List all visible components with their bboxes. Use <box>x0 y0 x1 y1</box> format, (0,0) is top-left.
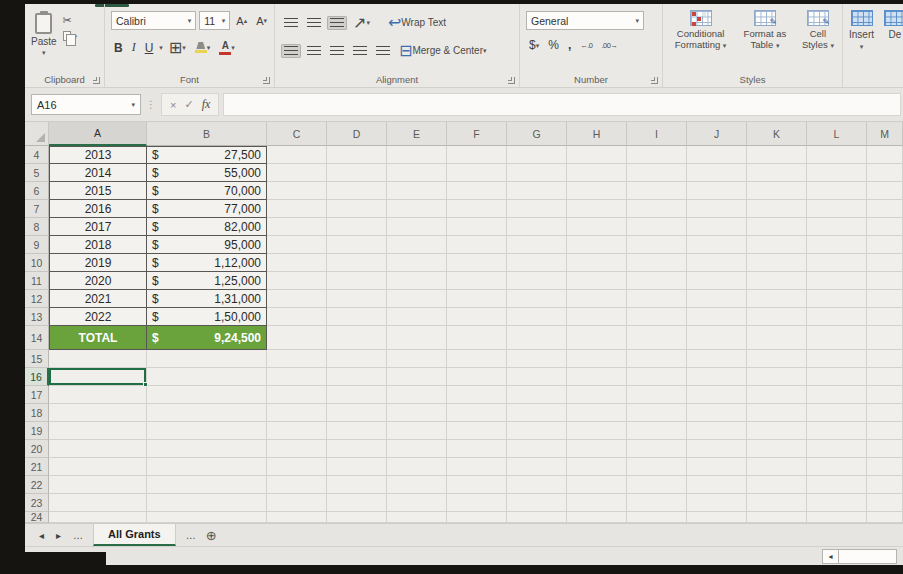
cell-A13[interactable]: 2022 <box>49 308 147 326</box>
cell-J24[interactable] <box>687 512 747 523</box>
cell-D17[interactable] <box>327 386 387 404</box>
cell-K18[interactable] <box>747 404 807 422</box>
increase-font-size-button[interactable]: A▴ <box>233 13 250 29</box>
cell-K24[interactable] <box>747 512 807 523</box>
cell-G8[interactable] <box>507 218 567 236</box>
cell-L17[interactable] <box>807 386 867 404</box>
cell-A16[interactable] <box>49 368 147 386</box>
format-as-table-button[interactable]: ✎ Format as Table ▾ <box>738 10 792 73</box>
scrollbar-track[interactable] <box>839 549 897 564</box>
cell-D19[interactable] <box>327 422 387 440</box>
cell-M13[interactable] <box>867 308 903 326</box>
cell-M21[interactable] <box>867 458 903 476</box>
cell-M9[interactable] <box>867 236 903 254</box>
decrease-indent-button[interactable] <box>350 44 370 58</box>
cell-E14[interactable] <box>387 326 447 350</box>
cell-G14[interactable] <box>507 326 567 350</box>
cell-J6[interactable] <box>687 182 747 200</box>
cell-C7[interactable] <box>267 200 327 218</box>
cell-M22[interactable] <box>867 476 903 494</box>
column-header-G[interactable]: G <box>507 122 567 146</box>
row-header-20[interactable]: 20 <box>25 440 49 458</box>
cell-J7[interactable] <box>687 200 747 218</box>
cell-L23[interactable] <box>807 494 867 512</box>
cell-B9[interactable]: $95,000 <box>147 236 267 254</box>
cell-B8[interactable]: $82,000 <box>147 218 267 236</box>
cell-J19[interactable] <box>687 422 747 440</box>
cell-F7[interactable] <box>447 200 507 218</box>
cell-E17[interactable] <box>387 386 447 404</box>
cell-L15[interactable] <box>807 350 867 368</box>
row-header-4[interactable]: 4 <box>25 146 49 164</box>
cell-H16[interactable] <box>567 368 627 386</box>
cell-H18[interactable] <box>567 404 627 422</box>
cell-L16[interactable] <box>807 368 867 386</box>
cell-H13[interactable] <box>567 308 627 326</box>
row-header-15[interactable]: 15 <box>25 350 49 368</box>
cell-I11[interactable] <box>627 272 687 290</box>
cell-G23[interactable] <box>507 494 567 512</box>
cell-M11[interactable] <box>867 272 903 290</box>
cell-A23[interactable] <box>49 494 147 512</box>
cell-C14[interactable] <box>267 326 327 350</box>
cell-J22[interactable] <box>687 476 747 494</box>
cell-A4[interactable]: 2013 <box>49 146 147 164</box>
font-color-button[interactable]: A▾ <box>216 39 238 57</box>
cell-A24[interactable] <box>49 512 147 523</box>
cell-E5[interactable] <box>387 164 447 182</box>
cell-I9[interactable] <box>627 236 687 254</box>
cell-F16[interactable] <box>447 368 507 386</box>
horizontal-scrollbar[interactable]: ◂ <box>822 549 897 564</box>
cell-C5[interactable] <box>267 164 327 182</box>
cell-I13[interactable] <box>627 308 687 326</box>
row-header-6[interactable]: 6 <box>25 182 49 200</box>
cell-D4[interactable] <box>327 146 387 164</box>
row-header-23[interactable]: 23 <box>25 494 49 512</box>
scroll-left-button[interactable]: ◂ <box>822 549 839 564</box>
cell-D10[interactable] <box>327 254 387 272</box>
cell-K14[interactable] <box>747 326 807 350</box>
cell-H7[interactable] <box>567 200 627 218</box>
cancel-entry-icon[interactable]: × <box>170 99 176 111</box>
cut-button[interactable]: ✂ <box>63 14 78 27</box>
cell-K13[interactable] <box>747 308 807 326</box>
cell-L14[interactable] <box>807 326 867 350</box>
cell-I8[interactable] <box>627 218 687 236</box>
increase-decimal-button[interactable]: ←.0 <box>577 39 595 52</box>
comma-style-button[interactable]: , <box>565 36 574 54</box>
cell-J13[interactable] <box>687 308 747 326</box>
italic-button[interactable]: I <box>129 38 139 57</box>
cell-D24[interactable] <box>327 512 387 523</box>
cell-A12[interactable]: 2021 <box>49 290 147 308</box>
cell-L18[interactable] <box>807 404 867 422</box>
bold-button[interactable]: B <box>111 39 126 57</box>
column-header-D[interactable]: D <box>327 122 387 146</box>
cell-I10[interactable] <box>627 254 687 272</box>
cell-E23[interactable] <box>387 494 447 512</box>
cell-B18[interactable] <box>147 404 267 422</box>
cell-C23[interactable] <box>267 494 327 512</box>
cell-K19[interactable] <box>747 422 807 440</box>
cell-J21[interactable] <box>687 458 747 476</box>
paste-dropdown-icon[interactable]: ▾ <box>42 49 46 56</box>
cell-I4[interactable] <box>627 146 687 164</box>
sheet-overflow-right[interactable]: … <box>176 524 206 546</box>
borders-button[interactable]: ⊞▾ <box>166 36 189 59</box>
row-header-19[interactable]: 19 <box>25 422 49 440</box>
cell-A6[interactable]: 2015 <box>49 182 147 200</box>
cell-L13[interactable] <box>807 308 867 326</box>
font-dialog-launcher[interactable] <box>263 77 270 84</box>
cell-L7[interactable] <box>807 200 867 218</box>
cell-C17[interactable] <box>267 386 327 404</box>
cell-M7[interactable] <box>867 200 903 218</box>
cell-B22[interactable] <box>147 476 267 494</box>
cell-J14[interactable] <box>687 326 747 350</box>
cell-E7[interactable] <box>387 200 447 218</box>
cell-I5[interactable] <box>627 164 687 182</box>
cell-D21[interactable] <box>327 458 387 476</box>
row-header-12[interactable]: 12 <box>25 290 49 308</box>
cell-D8[interactable] <box>327 218 387 236</box>
cell-B17[interactable] <box>147 386 267 404</box>
cell-K22[interactable] <box>747 476 807 494</box>
cell-L10[interactable] <box>807 254 867 272</box>
